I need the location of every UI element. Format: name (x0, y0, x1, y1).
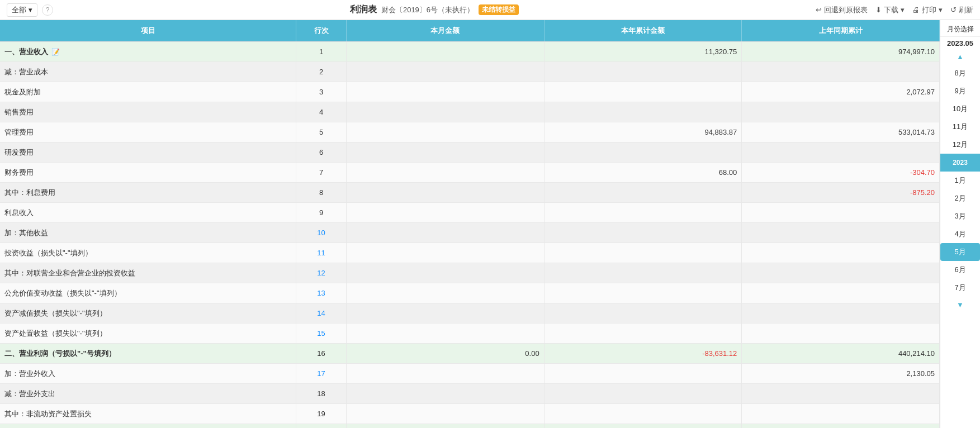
table-row: 二、营业利润（亏损以"-"号填列） 16 0.00 -83,631.12 440… (0, 344, 940, 364)
row-val2: 68.00 (545, 163, 742, 182)
row-val3: -304.70 (742, 163, 940, 182)
row-val2 (545, 263, 742, 283)
report-title: 利润表 (350, 4, 377, 16)
row-val3: 2,072.97 (742, 82, 940, 102)
table-row: 减：营业成本 2 (0, 62, 940, 82)
row-val1 (347, 42, 545, 61)
col-row: 行次 (296, 20, 347, 41)
row-item: 其中：对联营企业和合营企业的投资收益 (0, 263, 296, 283)
row-val1 (347, 263, 545, 283)
row-num: 11 (296, 243, 347, 263)
table-row: 利息收入 9 (0, 203, 940, 223)
row-val3 (742, 142, 940, 162)
chevron-down-icon: ▾ (29, 6, 32, 14)
action-back-label: 回退到原报表 (824, 5, 868, 15)
row-item: 利息收入 (0, 203, 296, 222)
row-val2 (545, 62, 742, 82)
col-year: 本年累计金额 (545, 20, 742, 41)
table-row: 其中：利息费用 8 -875.20 (0, 183, 940, 203)
month-item-1[interactable]: 1月 (940, 172, 980, 189)
month-item-12[interactable]: 12月 (940, 136, 980, 154)
table-row: 财务费用 7 68.00 -304.70 (0, 163, 940, 183)
row-val2 (545, 142, 742, 162)
table-row: 税金及附加 3 2,072.97 (0, 82, 940, 102)
month-item-3[interactable]: 3月 (940, 207, 980, 225)
row-num: 5 (296, 122, 347, 142)
month-item-4[interactable]: 4月 (940, 225, 980, 243)
row-val2 (545, 324, 742, 343)
row-val2 (545, 404, 742, 424)
table-row: 加：其他收益 10 (0, 223, 940, 243)
row-item: 一、营业收入 📝 (0, 42, 296, 61)
action-back[interactable]: ↩ 回退到原报表 (816, 5, 868, 15)
row-num: 19 (296, 404, 347, 424)
row-val1 (347, 82, 545, 102)
month-item-8[interactable]: 8月 (940, 64, 980, 82)
status-badge: 未结转损益 (479, 4, 519, 15)
table-row: 资产处置收益（损失以"-"填列） 15 (0, 324, 940, 344)
row-num: 16 (296, 344, 347, 363)
row-val3: 974,997.10 (742, 42, 940, 61)
row-item: 投资收益（损失以"-"填列） (0, 243, 296, 263)
row-num: 12 (296, 263, 347, 283)
row-val3 (742, 102, 940, 122)
month-item-5[interactable]: 5月 (940, 243, 980, 261)
chevron-down-icon2: ▾ (901, 6, 905, 14)
row-num: 15 (296, 324, 347, 343)
month-nav: ▲ 8月 9月 10月 11月 12月 2023 1月 2月 3月 4月 5月 … (940, 49, 980, 312)
edit-icon[interactable]: 📝 (51, 48, 60, 56)
row-item: 销售费用 (0, 102, 296, 122)
row-num: 1 (296, 42, 347, 61)
action-refresh[interactable]: ↺ 刷新 (950, 5, 973, 15)
row-num: 9 (296, 203, 347, 222)
month-item-7[interactable]: 7月 (940, 279, 980, 297)
action-download-label: 下载 (884, 5, 898, 15)
dropdown-all[interactable]: 全部 ▾ (7, 3, 37, 17)
row-val1: 0.00 (347, 424, 545, 428)
month-item-9[interactable]: 9月 (940, 82, 980, 100)
row-val3: 533,014.73 (742, 122, 940, 142)
row-val2 (545, 384, 742, 403)
row-val2 (545, 203, 742, 222)
table-row: 研发费用 6 (0, 142, 940, 163)
table-row: 投资收益（损失以"-"填列） 11 (0, 243, 940, 263)
row-val1: 0.00 (347, 344, 545, 363)
help-icon[interactable]: ? (42, 4, 53, 16)
row-val1 (347, 384, 545, 403)
row-item: 减：营业外支出 (0, 384, 296, 403)
top-bar-right: ↩ 回退到原报表 ⬇ 下载 ▾ 🖨 打印 ▾ ↺ 刷新 (816, 5, 973, 15)
month-item-2[interactable]: 2月 (940, 189, 980, 207)
row-item: 税金及附加 (0, 82, 296, 102)
action-download[interactable]: ⬇ 下载 ▾ (875, 5, 905, 15)
row-val3: -875.20 (742, 183, 940, 202)
row-item: 财务费用 (0, 163, 296, 182)
month-item-10[interactable]: 10月 (940, 100, 980, 118)
nav-down-arrow[interactable]: ▼ (940, 297, 980, 312)
row-val2: 11,320.75 (545, 42, 742, 61)
month-item-11[interactable]: 11月 (940, 118, 980, 136)
report-subtitle: 财会〔2019〕6号（未执行） (381, 5, 474, 15)
month-item-6[interactable]: 6月 (940, 261, 980, 279)
nav-up-arrow[interactable]: ▲ (940, 49, 980, 64)
row-val3 (742, 223, 940, 242)
row-val1 (347, 102, 545, 122)
row-num: 17 (296, 364, 347, 383)
row-val3 (742, 203, 940, 222)
row-val3 (742, 62, 940, 82)
row-val1 (347, 223, 545, 242)
table-row: 管理费用 5 94,883.87 533,014.73 (0, 122, 940, 142)
sidebar: 月份选择 2023.05 ▲ 8月 9月 10月 11月 12月 2023 1月… (940, 20, 980, 428)
sidebar-year: 2023.05 (947, 39, 973, 47)
row-num: 10 (296, 223, 347, 242)
table-row: 其中：非流动资产处置损失 19 (0, 404, 940, 424)
refresh-icon: ↺ (950, 6, 957, 14)
sidebar-title: 月份选择 (940, 25, 980, 37)
table-row: 一、营业收入 📝 1 11,320.75 974,997.10 (0, 42, 940, 62)
action-print[interactable]: 🖨 打印 ▾ (912, 5, 943, 15)
row-val1 (347, 404, 545, 424)
row-item: 减：营业成本 (0, 62, 296, 82)
row-val1 (347, 122, 545, 142)
top-bar-center: 利润表 财会〔2019〕6号（未执行） 未结转损益 (350, 4, 519, 16)
col-item: 项目 (0, 20, 296, 41)
row-val1 (347, 364, 545, 383)
